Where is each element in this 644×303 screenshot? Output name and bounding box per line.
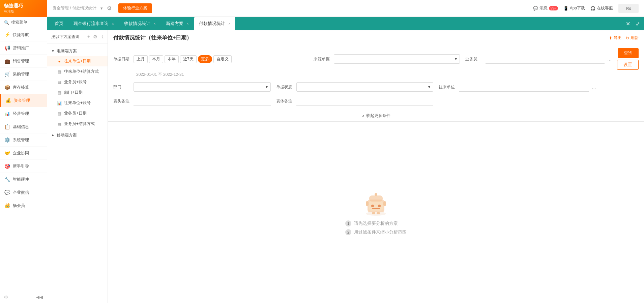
mobile-group-arrow: ▼	[51, 134, 55, 137]
sidebar-item-sales[interactable]: 💼 销售管理	[0, 55, 47, 68]
tab-payment-stats[interactable]: 付款情况统计 ×	[194, 17, 235, 30]
dept-select-arrow: ▾	[266, 85, 268, 89]
desktop-scheme-group-title[interactable]: ▼ 电脑端方案	[47, 46, 108, 56]
scheme-item-salesperson-account[interactable]: ▦ 业务员+账号	[47, 77, 108, 87]
sidebar-item-inventory[interactable]: 📦 库存核算	[0, 81, 47, 94]
scheme-item-partner-date[interactable]: ● 往来单位+日期	[47, 56, 108, 66]
voucher-select-arrow: ▾	[428, 85, 430, 89]
filter-source-select[interactable]: ▾	[334, 54, 460, 64]
sidebar-item-label: 新手引导	[13, 163, 29, 169]
tab-payment-stats-close[interactable]: ×	[229, 22, 231, 26]
tabbar: 首页 现金银行流水查询 × 收款情况统计 × 新建方案 × 付款情况统计 × ✕…	[47, 17, 644, 30]
sidebar-item-guide[interactable]: 🎯 新手引导	[0, 160, 47, 173]
sidebar-item-marketing[interactable]: 📢 营销推广	[0, 41, 47, 55]
svg-rect-6	[366, 201, 369, 206]
tab-expand-icon[interactable]: ⤢	[634, 19, 641, 28]
tab-bank-flow[interactable]: 现金银行流水查询 ×	[69, 17, 119, 30]
tab-bank-flow-close[interactable]: ×	[112, 22, 114, 26]
tab-receipts[interactable]: 收款情况统计 ×	[119, 17, 160, 30]
filter-note-body-input[interactable]	[296, 96, 434, 106]
scheme-item-icon-partner-settle: ▦	[57, 69, 62, 74]
scheme-item-icon-salesperson-date: ▦	[57, 111, 62, 116]
empty-tip-2: 2 用过滤条件来缩小分析范围	[345, 229, 407, 235]
scheme-item-salesperson-date[interactable]: ▦ 业务员+日期	[47, 108, 108, 119]
collapse-scheme-panel-icon[interactable]: 《	[99, 34, 104, 40]
sidebar-item-basic[interactable]: 📋 基础信息	[0, 120, 47, 133]
online-service-btn[interactable]: 🎧 在线客服	[590, 5, 613, 11]
tab-new-scheme-close[interactable]: ×	[187, 22, 189, 26]
sidebar-item-label: 库存核算	[13, 85, 29, 90]
date-btn-last-month[interactable]: 上月	[134, 55, 148, 63]
page-title-bar: 付款情况统计（往来单位+日期） ⬆ 导出 ↻ 刷新	[108, 30, 644, 44]
filter-voucher-status-select[interactable]: ▾	[296, 82, 434, 92]
tab-new-scheme[interactable]: 新建方案 ×	[161, 17, 194, 30]
sidebar-nav: ⚡ 快捷导航 📢 营销推广 💼 销售管理 🛒 采购管理 📦 库存核算 💰 资金管…	[0, 28, 47, 291]
export-icon: ⬆	[609, 36, 612, 40]
page-content: 按以下方案查询 ＋ ⚙ 《 ▼ 电脑端方案 ● 往来单位+日期	[47, 30, 644, 303]
scheme-settings-icon[interactable]: ⚙	[93, 34, 97, 39]
sidebar-item-purchase[interactable]: 🛒 采购管理	[0, 68, 47, 81]
filter-dept-select[interactable]: ▾	[134, 82, 271, 92]
sidebar-settings-icon[interactable]: ⚙	[4, 295, 8, 300]
topbar-dropdown-icon[interactable]: ▾	[100, 6, 103, 11]
mobile-scheme-group-title[interactable]: ▼ 移动端方案	[47, 130, 108, 140]
refresh-btn[interactable]: ↻ 刷新	[626, 35, 639, 41]
sidebar-item-finance[interactable]: 💰 资金管理	[0, 94, 47, 107]
filter-salesperson-input[interactable]	[486, 54, 605, 64]
partner-more-icon[interactable]: …	[592, 85, 596, 90]
sidebar-item-collab[interactable]: 🤝 企业协同	[0, 147, 47, 160]
filter-partner-input[interactable]	[459, 82, 589, 92]
tab-receipts-close[interactable]: ×	[154, 22, 156, 26]
source-select-arrow: ▾	[455, 57, 457, 61]
sidebar-item-hardware[interactable]: 🔧 智能硬件	[0, 173, 47, 186]
filter-note-header-input[interactable]	[134, 96, 271, 106]
scheme-item-icon-salesperson-settle: ▦	[57, 121, 62, 127]
date-btn-custom[interactable]: 自定义	[213, 55, 232, 63]
tab-close-all-icon[interactable]: ✕	[624, 19, 632, 28]
sidebar-item-member[interactable]: 👑 畅会员	[0, 199, 47, 212]
date-btn-last-7-days[interactable]: 近7天	[180, 55, 197, 63]
setting-button[interactable]: 设置	[617, 60, 639, 70]
add-scheme-icon[interactable]: ＋	[86, 34, 91, 40]
search-menu-item[interactable]: 🔍 搜索菜单	[0, 17, 47, 28]
guide-icon: 🎯	[4, 163, 10, 169]
scheme-item-salesperson-settle[interactable]: ▦ 业务员+结算方式	[47, 119, 108, 129]
sidebar-item-ops[interactable]: 📊 经营管理	[0, 107, 47, 120]
salesperson-more-icon[interactable]: …	[607, 57, 612, 62]
sidebar-collapse-icon[interactable]: ◀◀	[36, 295, 43, 300]
collab-icon: 🤝	[4, 150, 10, 156]
topbar-settings-icon[interactable]: ⚙	[107, 5, 112, 11]
scheme-item-dept-date[interactable]: ▦ 部门+日期	[47, 87, 108, 98]
filter-date-range-display: 2022-01-01 至 2022-12-31	[136, 72, 184, 78]
scheme-item-partner-settle[interactable]: ▦ 往来单位+结算方式	[47, 66, 108, 77]
app-download-btn[interactable]: 📱 App下载	[563, 5, 585, 11]
export-btn[interactable]: ⬆ 导出	[609, 35, 622, 41]
mobile-group-label: 移动端方案	[57, 132, 77, 138]
scheme-item-label: 业务员+账号	[64, 79, 87, 85]
trial-btn[interactable]: 体验行业方案	[118, 3, 152, 13]
svg-point-4	[378, 205, 381, 207]
notification-btn[interactable]: 💬 消息 99+	[533, 5, 558, 11]
filter-source-item: 来源单据 ▾	[314, 54, 460, 64]
sidebar-item-label: 快捷导航	[13, 32, 29, 38]
sidebar-item-quick-nav[interactable]: ⚡ 快捷导航	[0, 28, 47, 41]
date-btn-this-year[interactable]: 本年	[165, 55, 179, 63]
user-avatar[interactable]: Rit	[618, 4, 639, 13]
scheme-panel: 按以下方案查询 ＋ ⚙ 《 ▼ 电脑端方案 ● 往来单位+日期	[47, 30, 108, 303]
sidebar-item-system[interactable]: ⚙️ 系统管理	[0, 133, 47, 147]
collapse-btn-label: 收起更多条件	[366, 113, 390, 119]
tab-home[interactable]: 首页	[50, 17, 68, 30]
collapse-more-conditions-btn[interactable]: ∧ 收起更多条件	[108, 110, 644, 121]
collapse-chevron-icon: ∧	[362, 114, 365, 118]
svg-rect-5	[372, 208, 380, 209]
notification-label: 消息	[539, 5, 548, 11]
result-area: 1 请先选择要分析的方案 2 用过滤条件来缩小分析范围	[108, 122, 644, 303]
sidebar-item-wechat[interactable]: 💬 企业微信	[0, 186, 47, 199]
scheme-item-partner-account[interactable]: 📊 往来单位+账号	[47, 98, 108, 108]
date-btn-more[interactable]: 更多	[198, 55, 212, 63]
notification-icon: 💬	[533, 6, 538, 11]
search-button[interactable]: 查询	[618, 48, 639, 58]
tab-new-scheme-label: 新建方案	[166, 21, 183, 27]
date-btn-this-month[interactable]: 本月	[149, 55, 163, 63]
sidebar-item-label: 营销推广	[13, 45, 29, 51]
